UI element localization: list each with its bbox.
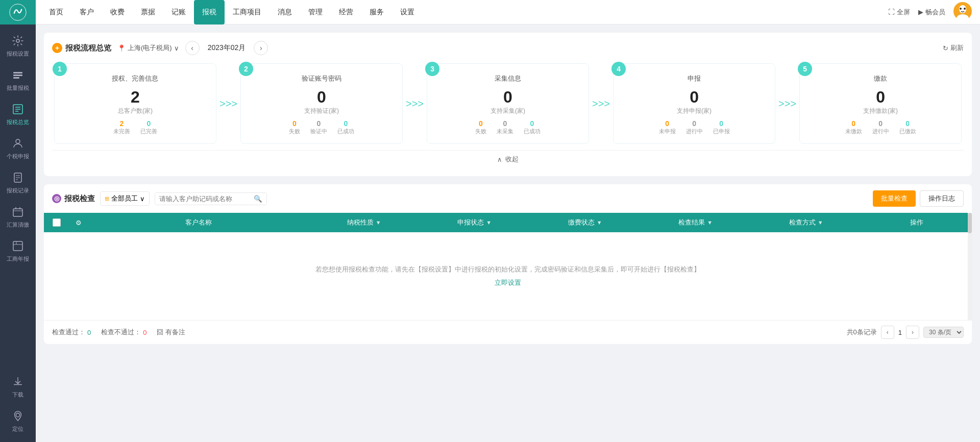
- check-title-text: 报税检查: [64, 194, 95, 204]
- step-1-detail-0: 2 未完善: [113, 119, 130, 135]
- pass-label: 检查通过：: [52, 328, 85, 337]
- step-3-subtitle: 支持采集(家): [435, 107, 580, 115]
- nav-tax[interactable]: 报税: [194, 0, 225, 24]
- pass-count[interactable]: 0: [87, 329, 91, 336]
- step-3-detail-2-label: 已成功: [524, 128, 541, 135]
- sidebar-label-annual-settlement: 汇算清缴: [7, 221, 29, 229]
- nav-management[interactable]: 管理: [300, 0, 331, 24]
- next-page-btn[interactable]: ›: [906, 326, 919, 339]
- search-button[interactable]: 🔍: [250, 193, 266, 205]
- nav-customer[interactable]: 客户: [71, 0, 102, 24]
- header-checkbox[interactable]: [53, 218, 61, 227]
- avatar[interactable]: [953, 2, 972, 22]
- step-5-detail-1-num: 0: [872, 119, 889, 128]
- per-page-select[interactable]: 30 条/页: [923, 327, 964, 338]
- payment-filter-icon[interactable]: ▼: [597, 219, 602, 226]
- fail-stat: 检查不通过： 0: [101, 328, 146, 337]
- th-declaration-status: 申报状态 ▼: [420, 218, 530, 227]
- search-input[interactable]: [155, 193, 250, 205]
- location-pin-icon: 📍: [117, 44, 126, 52]
- batch-check-button[interactable]: 批量检查: [873, 190, 916, 207]
- fullscreen-icon: ⛶: [888, 8, 895, 16]
- th-gear[interactable]: ⚙: [69, 219, 88, 227]
- step-5-detail-1: 0 进行中: [872, 119, 889, 135]
- scrollbar-thumb[interactable]: [968, 213, 972, 233]
- batch-tax-icon: [11, 68, 25, 82]
- table-header: ⚙ 客户名称 纳税性质 ▼ 申报状态 ▼ 缴费状态 ▼: [44, 213, 972, 232]
- declaration-filter-icon[interactable]: ▼: [486, 219, 492, 226]
- sidebar-item-batch-tax[interactable]: 批量报税: [0, 63, 36, 97]
- step-1-details: 2 未完善 0 已完善: [63, 119, 208, 135]
- prev-page-btn[interactable]: ‹: [881, 326, 894, 339]
- tax-nature-filter-icon[interactable]: ▼: [376, 219, 381, 226]
- sidebar-item-tax-overview[interactable]: 报税总览: [0, 97, 36, 131]
- next-month-btn[interactable]: ›: [254, 41, 268, 55]
- svg-rect-7: [13, 72, 22, 73]
- nav-business[interactable]: 工商项目: [225, 0, 270, 24]
- sidebar-label-location: 定位: [12, 425, 23, 433]
- sidebar-item-tax-settings[interactable]: 报税设置: [0, 29, 36, 63]
- svg-point-6: [16, 39, 19, 42]
- svg-point-4: [960, 8, 962, 10]
- check-method-filter-icon[interactable]: ▼: [818, 219, 823, 226]
- sidebar-item-annual-report[interactable]: 工商年报: [0, 234, 36, 268]
- steps-container: 1 授权、完善信息 2 总客户数(家) 2 未完善 0 已完善: [52, 63, 964, 144]
- operation-log-button[interactable]: 操作日志: [920, 190, 964, 207]
- step-4-detail-0: 0 未申报: [659, 119, 676, 135]
- step-5-detail-0-num: 0: [845, 119, 862, 128]
- vip-btn[interactable]: ▶ 畅会员: [918, 8, 945, 17]
- vip-icon: ▶: [918, 8, 923, 16]
- th-payment-status-text: 缴费状态: [568, 218, 595, 227]
- employee-selector[interactable]: ⊞ 全部员工 ∨: [100, 191, 150, 206]
- nav-settings[interactable]: 设置: [392, 0, 423, 24]
- pagination: 共0条记录 ‹ 1 › 30 条/页: [847, 326, 964, 339]
- step-1-count: 2: [63, 87, 208, 107]
- current-page: 1: [898, 329, 902, 336]
- th-checkbox[interactable]: [44, 218, 69, 227]
- step-1-detail-0-num: 2: [113, 119, 130, 128]
- sidebar-item-download[interactable]: 下载: [11, 370, 25, 404]
- step-2-count: 0: [249, 87, 394, 107]
- location-selector[interactable]: 📍 上海(电子税局) ∨: [117, 43, 179, 53]
- overview-header: + 报税流程总览 📍 上海(电子税局) ∨ ‹ 2023年02月 › ↻ 刷新: [52, 41, 964, 55]
- sidebar-item-personal-tax[interactable]: 个税申报: [0, 131, 36, 165]
- collapse-btn[interactable]: ∧ 收起: [52, 150, 964, 168]
- step-2-detail-2-num: 0: [337, 119, 354, 128]
- scrollbar[interactable]: [968, 213, 972, 320]
- refresh-btn[interactable]: ↻ 刷新: [943, 43, 964, 53]
- fail-count[interactable]: 0: [143, 329, 146, 336]
- step-1-card: 1 授权、完善信息 2 总客户数(家) 2 未完善 0 已完善: [54, 63, 216, 144]
- th-customer-name: 客户名称: [88, 218, 309, 227]
- sidebar-item-location[interactable]: 定位: [11, 404, 25, 438]
- fullscreen-btn[interactable]: ⛶ 全屏: [888, 8, 910, 17]
- step-1-detail-1-label: 已完善: [140, 128, 157, 135]
- nav-bill[interactable]: 票据: [133, 0, 163, 24]
- step-2-detail-1: 0 验证中: [310, 119, 327, 135]
- employee-chevron-icon: ∨: [140, 195, 145, 203]
- location-icon: [11, 409, 25, 423]
- step-4-detail-2-label: 已申报: [713, 128, 730, 135]
- refresh-label: 刷新: [950, 43, 964, 53]
- step-4-details: 0 未申报 0 进行中 0 已申报: [622, 119, 767, 135]
- nav-fee[interactable]: 收费: [102, 0, 133, 24]
- svg-point-14: [16, 139, 20, 143]
- personal-tax-icon: [11, 136, 25, 151]
- nav-accounting[interactable]: 记账: [163, 0, 194, 24]
- nav-message[interactable]: 消息: [270, 0, 300, 24]
- check-result-filter-icon[interactable]: ▼: [707, 219, 713, 226]
- nav-home[interactable]: 首页: [41, 0, 71, 24]
- sidebar-item-annual-settlement[interactable]: 汇算清缴: [0, 200, 36, 234]
- employee-icon: ⊞: [105, 195, 109, 202]
- sidebar-item-tax-record[interactable]: 报税记录: [0, 165, 36, 200]
- svg-rect-9: [13, 77, 19, 79]
- step-1-detail-1-num: 0: [140, 119, 157, 128]
- svg-rect-23: [13, 241, 22, 251]
- setup-link[interactable]: 立即设置: [495, 279, 521, 286]
- arrow-1: >>>: [218, 63, 238, 144]
- step-4-subtitle: 支持申报(家): [622, 107, 767, 115]
- check-title: ◎ 报税检查: [52, 194, 95, 204]
- prev-month-btn[interactable]: ‹: [185, 41, 200, 55]
- nav-operation[interactable]: 经营: [331, 0, 361, 24]
- nav-service[interactable]: 服务: [361, 0, 392, 24]
- th-check-method: 检查方式 ▼: [751, 218, 862, 227]
